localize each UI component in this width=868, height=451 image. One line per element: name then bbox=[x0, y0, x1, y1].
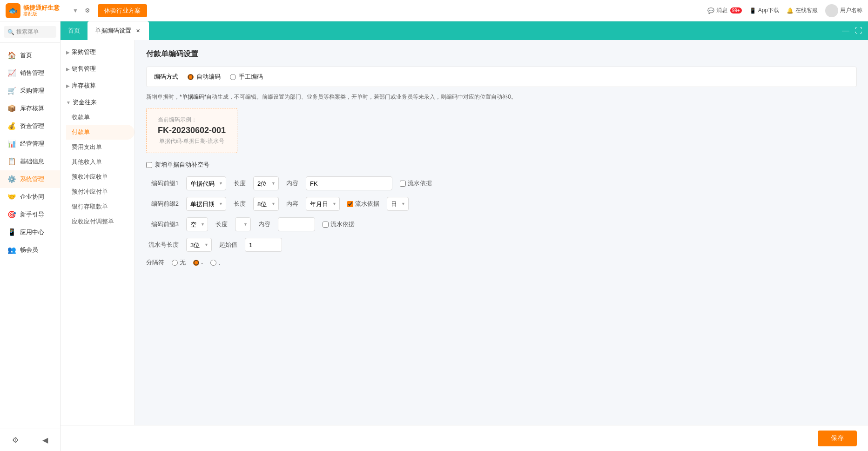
submenu-item-adjustment[interactable]: 应收应付调整单 bbox=[66, 214, 135, 229]
finance-icon: 💰 bbox=[7, 122, 16, 130]
prefix2-serial-input[interactable] bbox=[347, 201, 353, 207]
submenu-finance-items: 收款单 付款单 费用支出单 其他收入单 预收冲应收单 预付冲应付单 银行存取款单… bbox=[61, 110, 135, 229]
prefix3-serial-checkbox[interactable]: 流水依据 bbox=[323, 220, 355, 229]
info-emphasis: *单据编码* bbox=[180, 94, 206, 100]
submenu-group-inventory-header[interactable]: ▶ 库存核算 bbox=[61, 78, 135, 93]
settings-icon[interactable]: ⚙ bbox=[81, 4, 94, 17]
online-service-action[interactable]: 🔔 在线客服 bbox=[787, 7, 818, 14]
prefix3-content-input[interactable] bbox=[278, 217, 315, 231]
serial-length-select[interactable]: 3位 bbox=[190, 242, 208, 249]
sidebar-item-purchase[interactable]: 🛒 采购管理 bbox=[0, 82, 60, 100]
auto-fill-checkbox[interactable] bbox=[146, 162, 152, 168]
prefix2-serial-checkbox[interactable]: 流水依据 bbox=[347, 200, 379, 208]
submenu-item-payment[interactable]: 付款单 bbox=[66, 125, 135, 140]
serial-length-select-wrapper[interactable]: 3位 ▼ bbox=[186, 238, 212, 252]
prefix1-content-input[interactable] bbox=[306, 176, 392, 190]
search-placeholder: 搜索菜单 bbox=[16, 28, 39, 36]
apps-icon: 📱 bbox=[7, 228, 16, 236]
prefix1-length-select[interactable]: 2位 bbox=[257, 180, 275, 187]
sep-none-input[interactable] bbox=[172, 260, 178, 266]
prefix2-content-select-wrapper[interactable]: 年月日 ▼ bbox=[306, 197, 340, 211]
manual-encoding-input[interactable] bbox=[230, 74, 236, 80]
sidebar-item-member[interactable]: 👥 畅会员 bbox=[0, 241, 60, 259]
prefix2-select-wrapper[interactable]: 单据日期 ▼ bbox=[186, 197, 226, 211]
prefix2-period-select-wrapper[interactable]: 日 ▼ bbox=[387, 197, 409, 211]
submenu-group-purchase-label: 采购管理 bbox=[72, 48, 96, 56]
start-value-input[interactable] bbox=[245, 238, 282, 252]
submenu-group-sales-header[interactable]: ▶ 销售管理 bbox=[61, 61, 135, 76]
submenu-group-finance-label: 资金往来 bbox=[73, 98, 97, 107]
prefix1-serial-input[interactable] bbox=[400, 181, 406, 187]
sidebar-settings-icon[interactable]: ⚙ bbox=[8, 434, 22, 446]
submenu-item-prepaid-receivable[interactable]: 预收冲应收单 bbox=[66, 169, 135, 184]
messages-action[interactable]: 💬 消息 99+ bbox=[707, 7, 742, 14]
sidebar-collapse-icon[interactable]: ◀ bbox=[39, 434, 52, 446]
prefix1-select-wrapper[interactable]: 单据代码 ▼ bbox=[186, 176, 226, 190]
sidebar-search-area[interactable]: 🔍 搜索菜单 bbox=[0, 21, 60, 43]
submenu-item-other-income[interactable]: 其他收入单 bbox=[66, 155, 135, 169]
prefix2-label: 编码前缀2 bbox=[146, 200, 179, 208]
sidebar-item-basic-label: 基础信息 bbox=[20, 157, 44, 166]
operation-icon: 📊 bbox=[7, 140, 16, 148]
save-button[interactable]: 保存 bbox=[818, 431, 857, 446]
tab-encoding[interactable]: 单据编码设置 ✕ bbox=[87, 21, 149, 40]
sidebar-item-basic[interactable]: 📋 基础信息 bbox=[0, 153, 60, 170]
prefix3-select[interactable]: 空 bbox=[190, 221, 204, 228]
submenu-item-receipt[interactable]: 收款单 bbox=[66, 110, 135, 125]
sidebar-item-finance[interactable]: 💰 资金管理 bbox=[0, 117, 60, 135]
prefix2-length-select[interactable]: 8位 bbox=[257, 201, 275, 208]
app-download-action[interactable]: 📱 App下载 bbox=[749, 7, 779, 14]
prefix2-select[interactable]: 单据日期 bbox=[190, 201, 222, 208]
submenu-group-purchase-header[interactable]: ▶ 采购管理 bbox=[61, 45, 135, 60]
trial-button[interactable]: 体验行业方案 bbox=[98, 4, 147, 17]
prefix3-serial-input[interactable] bbox=[323, 222, 329, 228]
prefix3-row: 编码前缀3 空 ▼ 长度 ▼ 内容 bbox=[146, 217, 857, 231]
sep-dash-input[interactable] bbox=[193, 260, 199, 266]
sidebar-search-inner[interactable]: 🔍 搜索菜单 bbox=[4, 26, 56, 38]
prefix1-length-select-wrapper[interactable]: 2位 ▼ bbox=[253, 176, 279, 190]
sep-dash-radio[interactable]: - bbox=[193, 259, 203, 266]
message-icon: 💬 bbox=[707, 7, 714, 14]
user-area[interactable]: 用户名称 bbox=[825, 4, 862, 17]
sidebar-nav: 🏠 首页 📈 销售管理 🛒 采购管理 📦 库存核算 💰 资金管理 📊 经 bbox=[0, 43, 60, 429]
tab-expand-icon[interactable]: ⛶ bbox=[853, 25, 864, 37]
sep-dash-label: - bbox=[201, 259, 203, 266]
prefix3-length-select[interactable] bbox=[239, 221, 247, 228]
sidebar-item-system[interactable]: ⚙️ 系统管理 bbox=[0, 170, 60, 188]
prefix2-length-label: 长度 bbox=[234, 200, 246, 208]
manual-encoding-radio[interactable]: 手工编码 bbox=[230, 73, 263, 81]
prefix1-select[interactable]: 单据代码 bbox=[190, 180, 222, 187]
auto-encoding-radio[interactable]: 自动编码 bbox=[188, 73, 221, 81]
auto-encoding-input[interactable] bbox=[188, 74, 194, 80]
sep-dot-input[interactable] bbox=[210, 260, 216, 266]
submenu-arrow-sales: ▶ bbox=[66, 67, 70, 72]
sidebar-item-home[interactable]: 🏠 首页 bbox=[0, 47, 60, 64]
prefix2-content-select[interactable]: 年月日 bbox=[310, 201, 336, 208]
prefix3-content-label: 内容 bbox=[258, 220, 270, 229]
prefix2-length-select-wrapper[interactable]: 8位 ▼ bbox=[253, 197, 279, 211]
sidebar-item-operation[interactable]: 📊 经营管理 bbox=[0, 135, 60, 153]
tab-encoding-close[interactable]: ✕ bbox=[134, 27, 141, 34]
sep-none-radio[interactable]: 无 bbox=[172, 258, 186, 267]
sidebar-item-sales[interactable]: 📈 销售管理 bbox=[0, 64, 60, 82]
auto-fill-label: 新增单据自动补空号 bbox=[155, 161, 209, 169]
sidebar-item-operation-label: 经营管理 bbox=[20, 140, 44, 148]
prefix3-select-wrapper[interactable]: 空 ▼ bbox=[186, 217, 208, 231]
prefix1-serial-checkbox[interactable]: 流水依据 bbox=[400, 179, 432, 188]
sidebar-item-guide[interactable]: 🎯 新手引导 bbox=[0, 206, 60, 223]
prefix3-length-select-wrapper[interactable]: ▼ bbox=[235, 217, 251, 231]
prefix1-row: 编码前缀1 单据代码 ▼ 长度 2位 ▼ 内容 bbox=[146, 176, 857, 190]
submenu-arrow-inventory: ▶ bbox=[66, 83, 70, 88]
submenu-item-bank-deposit[interactable]: 银行存取款单 bbox=[66, 199, 135, 214]
tab-home[interactable]: 首页 bbox=[61, 21, 87, 40]
sidebar-item-inventory[interactable]: 📦 库存核算 bbox=[0, 100, 60, 117]
bottom-bar: 保存 bbox=[61, 425, 868, 451]
sidebar-item-enterprise[interactable]: 🤝 企业协同 bbox=[0, 188, 60, 206]
sep-dot-radio[interactable]: . bbox=[210, 259, 220, 266]
tab-minimize-icon[interactable]: — bbox=[840, 25, 851, 37]
submenu-item-expense[interactable]: 费用支出单 bbox=[66, 140, 135, 155]
sidebar-item-apps[interactable]: 📱 应用中心 bbox=[0, 223, 60, 241]
prefix2-period-select[interactable]: 日 bbox=[391, 201, 404, 208]
submenu-group-finance-header[interactable]: ▼ 资金往来 bbox=[61, 95, 135, 110]
submenu-item-prepaid-payable[interactable]: 预付冲应付单 bbox=[66, 184, 135, 199]
